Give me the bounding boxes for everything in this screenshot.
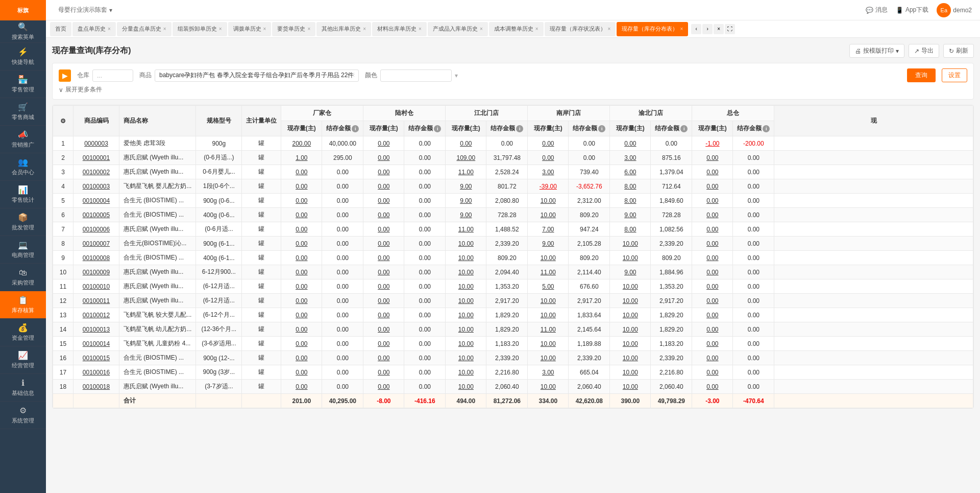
sidebar-item-management[interactable]: 📈 经营管理 [0, 346, 46, 374]
close-tab-portion-check[interactable]: × [163, 26, 166, 32]
gear-icon[interactable]: ⚙ [60, 118, 66, 125]
cell-code[interactable]: 00100005 [74, 208, 119, 222]
jiangbei-amt-info[interactable]: i [516, 125, 523, 132]
cell-jiangbei-qty[interactable]: 10.00 [446, 308, 486, 322]
total-amt-info[interactable]: i [763, 125, 770, 132]
cell-jiangbei-qty[interactable]: 9.00 [446, 208, 486, 222]
close-tab-transfer[interactable]: × [263, 26, 266, 32]
cell-nanan-qty[interactable]: 3.00 [528, 165, 569, 179]
cell-lucun-qty[interactable]: 0.00 [363, 337, 404, 351]
cell-yubei-qty[interactable]: 10.00 [610, 337, 651, 351]
warehouse-input[interactable] [92, 69, 133, 82]
query-btn[interactable]: 查询 [907, 68, 936, 82]
cell-code[interactable]: 00100012 [74, 308, 119, 322]
cell-yubei-qty[interactable]: 10.00 [610, 251, 651, 265]
cell-lucun-qty[interactable]: 0.00 [363, 208, 404, 222]
tab-cost-adjust[interactable]: 成本调整单历史 × [489, 22, 544, 36]
cell-yubei-qty[interactable]: 0.00 [610, 136, 651, 151]
cell-factory-qty[interactable]: 0.00 [281, 208, 322, 222]
cell-total-qty[interactable]: 0.00 [692, 337, 733, 351]
cell-factory-qty[interactable]: 0.00 [281, 265, 322, 279]
cell-total-qty[interactable]: 0.00 [692, 179, 733, 194]
tab-transfer[interactable]: 调拨单历史 × [228, 22, 272, 36]
cell-code[interactable]: 00100015 [74, 351, 119, 365]
filter-toggle-btn[interactable]: ▶ [59, 69, 71, 82]
cell-code[interactable]: 00100009 [74, 265, 119, 279]
user-area[interactable]: Ea demo2 [937, 3, 972, 17]
product-input[interactable] [155, 69, 359, 82]
cell-total-qty[interactable]: 0.00 [692, 294, 733, 308]
cell-total-qty[interactable]: -1.00 [692, 136, 733, 151]
color-input[interactable] [380, 69, 452, 82]
cell-code[interactable]: 00100002 [74, 165, 119, 179]
cell-nanan-qty[interactable]: 10.00 [528, 308, 569, 322]
cell-yubei-qty[interactable]: 10.00 [610, 365, 651, 380]
cell-lucun-qty[interactable]: 0.00 [363, 194, 404, 208]
cell-total-qty[interactable]: 0.00 [692, 251, 733, 265]
cell-factory-qty[interactable]: 0.00 [281, 179, 322, 194]
cell-total-qty[interactable]: 0.00 [692, 165, 733, 179]
cell-lucun-qty[interactable]: 0.00 [363, 136, 404, 151]
cell-yubei-qty[interactable]: 10.00 [610, 237, 651, 251]
sidebar-item-system[interactable]: ⚙ 系统管理 [0, 402, 46, 429]
cell-yubei-qty[interactable]: 8.00 [610, 222, 651, 237]
tab-stock-status[interactable]: 现存量（库存状况表） × [545, 22, 616, 36]
close-tab-cost-adjust[interactable]: × [535, 26, 538, 32]
cell-yubei-qty[interactable]: 10.00 [610, 279, 651, 294]
cell-factory-qty[interactable]: 0.00 [281, 222, 322, 237]
cell-jiangbei-qty[interactable]: 11.00 [446, 222, 486, 237]
cell-nanan-qty[interactable]: 10.00 [528, 194, 569, 208]
cell-yubei-qty[interactable]: 10.00 [610, 322, 651, 337]
cell-code[interactable]: 00100016 [74, 365, 119, 380]
cell-total-qty[interactable]: 0.00 [692, 279, 733, 294]
cell-total-qty[interactable]: 0.00 [692, 151, 733, 165]
sidebar-item-retail[interactable]: 🏪 零售管理 [0, 71, 46, 98]
cell-code[interactable]: 00100007 [74, 237, 119, 251]
cell-yubei-qty[interactable]: 8.00 [610, 194, 651, 208]
tab-portion-check[interactable]: 分量盘点单历史 × [117, 22, 172, 36]
cell-factory-qty[interactable]: 0.00 [281, 322, 322, 337]
cell-code[interactable]: 00100006 [74, 222, 119, 237]
cell-nanan-qty[interactable]: 9.00 [528, 237, 569, 251]
cell-yubei-qty[interactable]: 8.00 [610, 179, 651, 194]
tab-expand-btn[interactable]: ⛶ [725, 24, 735, 34]
cell-factory-qty[interactable]: 0.00 [281, 365, 322, 380]
cell-factory-qty[interactable]: 200.00 [281, 136, 322, 151]
tab-inventory-check[interactable]: 盘点单历史 × [72, 22, 116, 36]
cell-nanan-qty[interactable]: 10.00 [528, 380, 569, 394]
cell-nanan-qty[interactable]: 11.00 [528, 322, 569, 337]
close-tab-inventory-check[interactable]: × [108, 26, 111, 32]
cell-jiangbei-qty[interactable]: 9.00 [446, 194, 486, 208]
settings-btn[interactable]: 设置 [942, 68, 967, 82]
tab-product-in[interactable]: 产成品入库单历史 × [428, 22, 488, 36]
cell-total-qty[interactable]: 0.00 [692, 365, 733, 380]
tab-material-out[interactable]: 材料出库单历史 × [372, 22, 427, 36]
factory-amt-info[interactable]: i [352, 125, 359, 132]
cell-jiangbei-qty[interactable]: 10.00 [446, 351, 486, 365]
sidebar-item-inventory[interactable]: 📋 库存核算 [0, 291, 46, 319]
cell-total-qty[interactable]: 0.00 [692, 351, 733, 365]
cell-jiangbei-qty[interactable]: 9.00 [446, 179, 486, 194]
cell-factory-qty[interactable]: 0.00 [281, 294, 322, 308]
cell-nanan-qty[interactable]: 11.00 [528, 265, 569, 279]
cell-factory-qty[interactable]: 0.00 [281, 380, 322, 394]
company-selector[interactable]: 母婴行业演示陈套 ▾ [58, 6, 112, 14]
cell-jiangbei-qty[interactable]: 10.00 [446, 294, 486, 308]
nanan-amt-info[interactable]: i [598, 125, 605, 132]
cell-code[interactable]: 00100003 [74, 179, 119, 194]
cell-lucun-qty[interactable]: 0.00 [363, 251, 404, 265]
cell-yubei-qty[interactable]: 9.00 [610, 208, 651, 222]
cell-lucun-qty[interactable]: 0.00 [363, 151, 404, 165]
cell-code[interactable]: 00100018 [74, 380, 119, 394]
cell-jiangbei-qty[interactable]: 10.00 [446, 279, 486, 294]
message-btn[interactable]: 💬 消息 [866, 6, 888, 14]
cell-code[interactable]: 00100001 [74, 151, 119, 165]
sidebar-item-marketing[interactable]: 📣 营销推广 [0, 126, 46, 153]
cell-nanan-qty[interactable]: 5.00 [528, 279, 569, 294]
cell-lucun-qty[interactable]: 0.00 [363, 365, 404, 380]
cell-factory-qty[interactable]: 0.00 [281, 237, 322, 251]
cell-total-qty[interactable]: 0.00 [692, 194, 733, 208]
cell-jiangbei-qty[interactable]: 10.00 [446, 380, 486, 394]
cell-lucun-qty[interactable]: 0.00 [363, 265, 404, 279]
cell-nanan-qty[interactable]: 10.00 [528, 337, 569, 351]
